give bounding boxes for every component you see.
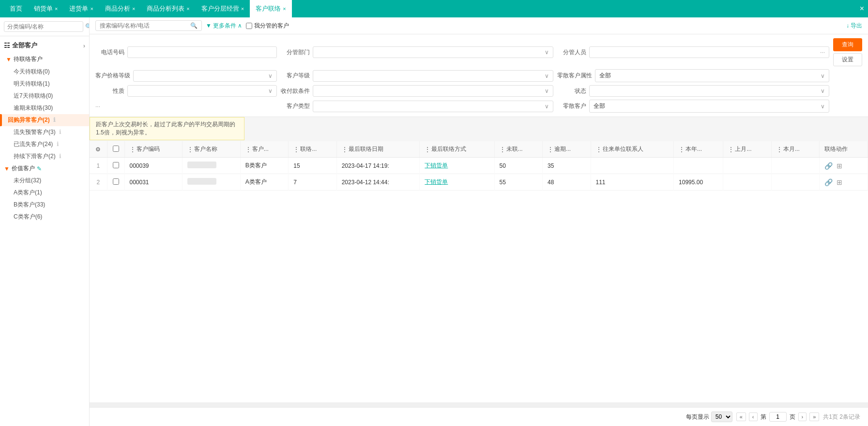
top-navigation: 首页 销货单 × 进货单 × 商品分析 × 商品分析列表 × 客户分层经营 × … [0, 0, 868, 17]
nav-home[interactable]: 首页 [4, 0, 28, 17]
manager-select[interactable]: ··· [589, 46, 830, 58]
churn-warning-info-icon[interactable]: ℹ [59, 129, 61, 135]
row-1-grid-icon[interactable]: ⊞ [837, 162, 842, 170]
row-2-checkbox-cell[interactable] [107, 174, 124, 191]
horizontal-scrollbar[interactable] [90, 402, 868, 407]
page-input[interactable] [769, 412, 787, 422]
row-1-checkbox[interactable] [113, 162, 119, 168]
row-2-last-month [723, 174, 771, 191]
week-contact-label: 近7天待联络(0) [14, 92, 53, 99]
next-page-button[interactable]: › [798, 412, 807, 421]
more-conditions-label: 更多条件 [213, 22, 236, 30]
row-1-this-year [674, 158, 723, 174]
all-customers-header[interactable]: ☷ 全部客户 › [0, 38, 89, 53]
row-1-method-link[interactable]: 下销货单 [425, 162, 448, 169]
repurchase-abnormal-item[interactable]: 回购异常客户(2) ℹ [0, 114, 89, 126]
nav-customer-segmentation[interactable]: 客户分层经营 × [196, 0, 250, 17]
customer-type-select[interactable]: ∨ [313, 101, 553, 112]
retail-customer-select[interactable]: 全部 ∨ [589, 100, 830, 113]
settings-col-header[interactable]: ⚙ [90, 141, 107, 158]
settings-icon[interactable]: ⚙ [95, 146, 101, 153]
retail-attr-select[interactable]: 全部 ∨ [595, 69, 830, 82]
this-year-sort-icon: ⋮ [679, 146, 685, 153]
partner-sort-icon: ⋮ [596, 146, 602, 153]
a-class-item[interactable]: A类客户(1) [0, 187, 89, 199]
ungroup-item[interactable]: 未分组(32) [0, 175, 89, 187]
overdue-contact-item[interactable]: 逾期未联络(30) [0, 102, 89, 114]
nav-product-analysis-list-label: 商品分析列表 [147, 4, 184, 13]
pending-contact-section[interactable]: ▼ 待联络客户 [0, 53, 89, 66]
nav-sales-order[interactable]: 销货单 × [28, 0, 63, 17]
payment-arrow: ∨ [545, 88, 549, 94]
filter-row-3: 性质 ∨ 收付款条件 ∨ 状态 [95, 85, 862, 97]
prev-page-button[interactable]: ‹ [749, 412, 758, 421]
repurchase-info-icon[interactable]: ℹ [53, 117, 56, 123]
nav-customer-contact-close[interactable]: × [283, 6, 286, 12]
nav-sales-close[interactable]: × [55, 6, 58, 12]
declining-label: 持续下滑客户(2) [14, 153, 56, 160]
select-all-checkbox[interactable] [113, 146, 119, 152]
declining-info-icon[interactable]: ℹ [59, 153, 61, 160]
my-customers-label[interactable]: 我分管的客户 [246, 22, 289, 30]
sidebar-search-input[interactable] [4, 21, 83, 32]
row-2-last-method[interactable]: 下销货单 [420, 174, 494, 191]
this-month-col-header: ⋮本月... [771, 141, 819, 158]
phone-input[interactable] [127, 46, 277, 58]
customer-grade-select[interactable]: ∨ [313, 70, 553, 82]
more-dots[interactable]: ··· [95, 103, 100, 110]
window-close-button[interactable]: × [860, 4, 864, 13]
nav-product-analysis-list-close[interactable]: × [186, 6, 189, 12]
churn-warning-item[interactable]: 流失预警客户(3) ℹ [0, 126, 89, 138]
declining-item[interactable]: 持续下滑客户(2) ℹ [0, 150, 89, 162]
row-1-last-method[interactable]: 下销货单 [420, 158, 494, 174]
right-content: 🔍 ▼ 更多条件 ∧ 我分管的客户 ↓ 导出 电话号码 [90, 17, 868, 426]
nav-product-analysis-close[interactable]: × [132, 6, 135, 12]
week-contact-item[interactable]: 近7天待联络(0) [0, 90, 89, 102]
nav-product-analysis[interactable]: 商品分析 × [99, 0, 141, 17]
row-2-method-link[interactable]: 下销货单 [425, 178, 448, 185]
customer-type-arrow: ∨ [545, 103, 549, 110]
row-2-link-icon[interactable]: 🔗 [824, 178, 833, 186]
filter-row-1: 电话号码 分管部门 ∨ 分管人员 ··· [95, 38, 862, 66]
row-1-checkbox-cell[interactable] [107, 158, 124, 174]
filter-icon: ▼ [206, 22, 212, 29]
row-2-grid-icon[interactable]: ⊞ [837, 178, 842, 186]
nav-purchase-order[interactable]: 进货单 × [63, 0, 99, 17]
last-page-button[interactable]: » [809, 412, 819, 421]
nav-customer-seg-close[interactable]: × [241, 6, 244, 12]
row-1-link-icon[interactable]: 🔗 [824, 162, 833, 170]
row-2-checkbox[interactable] [113, 178, 119, 185]
c-class-item[interactable]: C类客户(6) [0, 211, 89, 223]
today-contact-item[interactable]: 今天待联络(0) [0, 66, 89, 78]
my-customers-checkbox[interactable] [246, 23, 252, 29]
churned-item[interactable]: 已流失客户(24) ℹ [0, 138, 89, 150]
value-edit-icon[interactable]: ✎ [37, 165, 42, 172]
table-row: 2 000031 A类客户 7 2023-04-12 14:44: 下销货单 5… [90, 174, 868, 191]
dept-select[interactable]: ∨ [313, 46, 553, 58]
last-method-col-header: ⋮最后联络方式 [420, 141, 494, 158]
search-icon[interactable]: 🔍 [190, 22, 198, 29]
query-button[interactable]: 查询 [833, 38, 862, 51]
payment-select[interactable]: ∨ [313, 85, 553, 97]
nav-customer-contact[interactable]: 客户联络 × [250, 0, 291, 17]
status-select[interactable]: ∨ [589, 85, 830, 97]
customer-grade-arrow: ∨ [545, 73, 549, 79]
nav-purchase-close[interactable]: × [90, 6, 93, 12]
tomorrow-contact-item[interactable]: 明天待联络(1) [0, 78, 89, 90]
header-row: ⚙ ⋮客户编码 ⋮客户名称 ⋮客户... [90, 141, 868, 158]
collapse-sidebar-icon[interactable]: › [83, 42, 85, 49]
per-page-select[interactable]: 50 [711, 411, 732, 422]
nature-select[interactable]: ∨ [127, 85, 277, 97]
price-grade-select[interactable]: ∨ [133, 70, 277, 82]
first-page-button[interactable]: « [736, 412, 746, 421]
more-conditions-btn[interactable]: ▼ 更多条件 ∧ [206, 22, 242, 30]
sidebar-search-icon[interactable]: 🔍 [85, 23, 90, 30]
nav-product-analysis-list[interactable]: 商品分析列表 × [141, 0, 195, 17]
search-input[interactable] [100, 22, 186, 29]
filter-row-4: ··· 客户类型 ∨ 零散客户 全部 ∨ [95, 100, 862, 113]
export-button[interactable]: ↓ 导出 [846, 22, 862, 30]
b-class-item[interactable]: B类客户(33) [0, 199, 89, 211]
setting-button[interactable]: 设置 [833, 53, 862, 66]
churned-info-icon[interactable]: ℹ [57, 141, 59, 147]
checkbox-col-header[interactable] [107, 141, 124, 158]
